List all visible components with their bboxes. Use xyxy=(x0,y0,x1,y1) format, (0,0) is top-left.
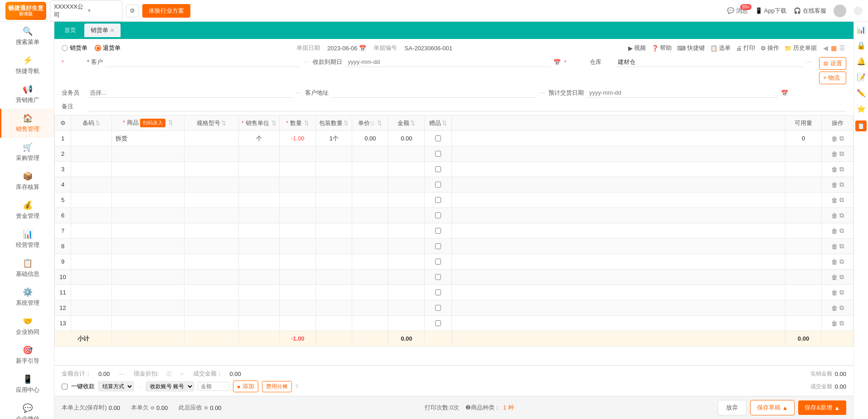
copy-icon[interactable]: ⧉ xyxy=(839,212,844,219)
cell-barcode[interactable] xyxy=(71,300,112,316)
cell-spec[interactable] xyxy=(184,223,239,239)
cell-product[interactable] xyxy=(112,193,184,208)
fee-help-icon[interactable]: ? xyxy=(296,384,298,389)
cell-price[interactable] xyxy=(352,285,388,300)
cell-unit[interactable] xyxy=(239,239,280,254)
cell-product[interactable] xyxy=(112,270,184,285)
cell-pkgqty[interactable] xyxy=(316,285,352,300)
tab-sales-order[interactable]: 销货单 ✕ xyxy=(84,24,121,37)
delete-icon[interactable]: 🗑 xyxy=(831,227,838,235)
gift-checkbox[interactable] xyxy=(435,259,441,265)
tab-home[interactable]: 首页 xyxy=(58,24,82,37)
cell-product[interactable] xyxy=(112,162,184,177)
sort-spec-icon[interactable]: ⇅ xyxy=(221,120,226,126)
salesperson-input[interactable] xyxy=(87,88,293,98)
cell-unit[interactable] xyxy=(239,193,280,208)
cell-unit[interactable] xyxy=(239,177,280,193)
cell-barcode[interactable] xyxy=(71,223,112,239)
tab-close-icon[interactable]: ✕ xyxy=(110,28,114,34)
should-receive-info-icon[interactable]: ❷ xyxy=(204,405,208,410)
sidebar-item-sales[interactable]: 🏠 销售管理 xyxy=(0,109,54,138)
cell-amount[interactable] xyxy=(388,316,425,331)
delete-icon[interactable]: 🗑 xyxy=(831,258,838,265)
cell-product[interactable]: 拆货 xyxy=(112,131,184,146)
cell-gift[interactable] xyxy=(425,193,452,208)
gift-checkbox[interactable] xyxy=(435,135,441,141)
scan-button[interactable]: 扫码录入 xyxy=(140,119,165,127)
shortcut-action[interactable]: ⌨ 快捷键 xyxy=(677,44,705,52)
cell-pkgqty[interactable] xyxy=(316,146,352,162)
cell-price[interactable] xyxy=(352,208,388,223)
select-action[interactable]: 📋 选单 xyxy=(710,44,731,52)
sidebar-item-purchase[interactable]: 🛒 采购管理 xyxy=(0,138,54,167)
cell-qty[interactable] xyxy=(280,146,316,162)
delete-icon[interactable]: 🗑 xyxy=(831,243,838,250)
gift-checkbox[interactable] xyxy=(435,197,441,203)
cell-amount[interactable] xyxy=(388,193,425,208)
discount-info-icon[interactable]: ⓘ xyxy=(166,371,171,377)
cell-price[interactable] xyxy=(352,254,388,270)
cell-gift[interactable] xyxy=(425,239,452,254)
save-draft-button[interactable]: 保存草稿 ▲ xyxy=(750,400,795,415)
history-action[interactable]: 📁 历史单据 xyxy=(785,44,817,52)
sidebar-item-enterprise[interactable]: 🤝 企业协同 xyxy=(0,312,54,341)
delete-icon[interactable]: 🗑 xyxy=(831,197,838,204)
delete-icon[interactable]: 🗑 xyxy=(831,304,838,312)
cell-amount[interactable] xyxy=(388,285,425,300)
sidebar-item-system[interactable]: ⚙️ 系统管理 xyxy=(0,283,54,312)
amount-input[interactable] xyxy=(198,382,229,391)
copy-icon[interactable]: ⧉ xyxy=(839,319,844,327)
delete-icon[interactable]: 🗑 xyxy=(831,135,838,142)
cell-barcode[interactable] xyxy=(71,270,112,285)
cell-price[interactable]: 0.00 xyxy=(352,131,388,146)
grid-view-icon[interactable]: ▦ xyxy=(830,43,838,53)
cell-pkgqty[interactable] xyxy=(316,193,352,208)
sidebar-item-inventory[interactable]: 📦 库存核算 xyxy=(0,167,54,196)
sidebar-right-icon1[interactable]: 📊 xyxy=(857,25,866,34)
cell-qty[interactable] xyxy=(280,177,316,193)
gift-checkbox[interactable] xyxy=(435,305,441,311)
cell-unit[interactable]: 个 xyxy=(239,131,280,146)
cell-gift[interactable] xyxy=(425,223,452,239)
sidebar-item-operation[interactable]: 📊 经营管理 xyxy=(0,225,54,254)
calendar-receivable-icon[interactable]: 📅 xyxy=(553,59,561,66)
cell-amount[interactable] xyxy=(388,239,425,254)
cell-barcode[interactable] xyxy=(71,177,112,193)
cell-amount[interactable] xyxy=(388,146,425,162)
cell-unit[interactable] xyxy=(239,162,280,177)
copy-icon[interactable]: ⧉ xyxy=(839,227,844,235)
cell-spec[interactable] xyxy=(184,177,239,193)
logistics-button[interactable]: + 物流 xyxy=(819,72,846,84)
cell-unit[interactable] xyxy=(239,254,280,270)
gift-checkbox[interactable] xyxy=(435,289,441,295)
cell-pkgqty[interactable] xyxy=(316,177,352,193)
expected-date-input[interactable] xyxy=(587,88,778,98)
cell-product[interactable] xyxy=(112,146,184,162)
sidebar-right-icon7[interactable]: 📋 xyxy=(855,120,867,131)
cell-gift[interactable] xyxy=(425,316,452,331)
one-click-pay-checkbox[interactable] xyxy=(62,384,68,390)
cell-unit[interactable] xyxy=(239,285,280,300)
radio-return-order[interactable]: 退货单 xyxy=(95,44,121,52)
sort-product-icon[interactable]: ⇅ xyxy=(168,119,173,126)
copy-icon[interactable]: ⧉ xyxy=(839,165,844,173)
price-info-icon[interactable]: ⓘ xyxy=(370,121,374,126)
cell-price[interactable] xyxy=(352,193,388,208)
settlement-method-select[interactable]: 结算方式 xyxy=(98,381,134,391)
cell-unit[interactable] xyxy=(239,208,280,223)
cell-spec[interactable] xyxy=(184,239,239,254)
cell-unit[interactable] xyxy=(239,223,280,239)
cell-spec[interactable] xyxy=(184,285,239,300)
cell-qty[interactable] xyxy=(280,270,316,285)
th-settings[interactable]: ⚙ xyxy=(55,116,71,131)
cell-pkgqty[interactable] xyxy=(316,254,352,270)
discard-button[interactable]: 放弃 xyxy=(718,400,747,415)
cell-barcode[interactable] xyxy=(71,316,112,331)
app-download-button[interactable]: 📱 App下载 xyxy=(755,7,786,15)
cell-gift[interactable] xyxy=(425,177,452,193)
cell-product[interactable] xyxy=(112,316,184,331)
calendar-expected-icon[interactable]: 📅 xyxy=(781,90,788,96)
cell-price[interactable] xyxy=(352,162,388,177)
sort-price-icon[interactable]: ⇅ xyxy=(377,120,382,126)
cell-amount[interactable]: 0.00 xyxy=(388,131,425,146)
